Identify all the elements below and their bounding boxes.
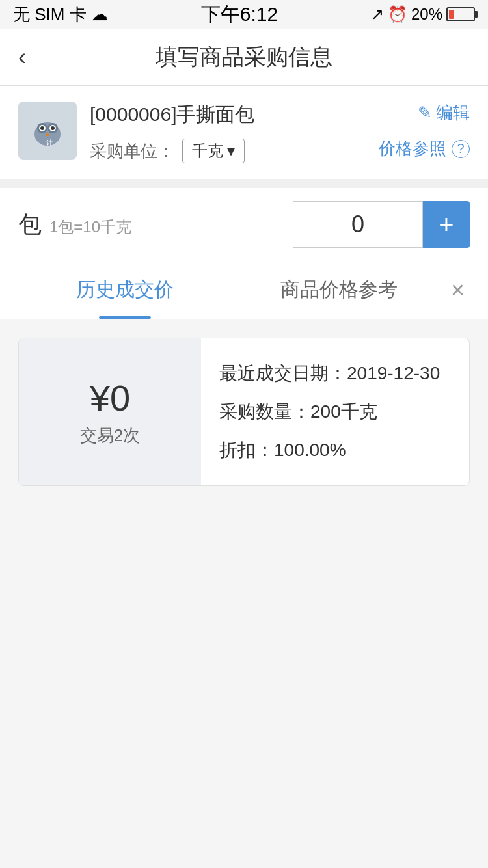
price-date-label: 最近成交日期： [219,363,347,383]
section-divider [0,179,488,188]
tab-history-price-label: 历史成交价 [76,278,174,300]
product-name: [0000006]手撕面包 [90,102,254,128]
svg-point-5 [40,126,44,130]
quantity-unit: 包 [18,209,42,241]
price-ref-help-icon: ? [452,140,470,158]
quantity-controls: + [293,201,470,248]
price-ref-button[interactable]: 价格参照 ? [379,137,470,160]
price-date-value: 2019-12-30 [347,363,440,383]
edit-icon: ✎ [418,103,432,123]
page-title: 填写商品采购信息 [156,42,332,72]
tabs-bar: 历史成交价 商品价格参考 × [0,261,488,319]
product-top: 计 [0000006]手撕面包 采购单位： 千克 ▾ ✎ 编辑 价 [18,102,470,163]
price-right-panel: 最近成交日期：2019-12-30 采购数量：200千克 折扣：100.00% [201,338,469,485]
back-button[interactable]: ‹ [18,44,26,71]
price-left-panel: ¥0 交易2次 [19,338,201,485]
quantity-sublabel: 1包=10千克 [49,217,131,237]
unit-selector[interactable]: 千克 ▾ [182,139,245,163]
location-icon: ↗ [371,5,384,23]
sim-status: 无 SIM 卡 ☁ [13,3,108,26]
svg-text:计: 计 [46,139,53,146]
tab-underline [99,316,151,319]
price-ref-label: 价格参照 [379,137,446,160]
price-discount-label: 折扣： [219,440,274,460]
battery-percent: 20% [411,5,442,23]
purchase-unit-row: 采购单位： 千克 ▾ [90,139,254,163]
status-bar: 无 SIM 卡 ☁ 下午6:12 ↗ ⏰ 20% [0,0,488,29]
price-transactions: 交易2次 [80,424,140,447]
edit-button[interactable]: ✎ 编辑 [418,102,470,124]
price-discount-row: 折扣：100.00% [219,436,451,465]
tab-history-price[interactable]: 历史成交价 [18,261,232,319]
svg-point-6 [51,126,55,130]
owl-logo-icon: 计 [28,111,67,150]
product-left: 计 [0000006]手撕面包 采购单位： 千克 ▾ [18,102,254,163]
dropdown-arrow-icon: ▾ [227,142,235,160]
quantity-plus-button[interactable]: + [423,201,470,248]
status-right: ↗ ⏰ 20% [371,5,475,23]
battery-fill [449,10,454,19]
product-image: 计 [18,102,77,160]
battery-indicator [446,7,475,21]
price-card: ¥0 交易2次 最近成交日期：2019-12-30 采购数量：200千克 折扣：… [18,338,470,486]
tab-product-price-ref-label: 商品价格参考 [280,278,398,300]
price-amount: ¥0 [90,377,130,419]
price-qty-value: 200千克 [310,401,377,422]
product-section: 计 [0000006]手撕面包 采购单位： 千克 ▾ ✎ 编辑 价 [0,86,488,179]
quantity-input[interactable] [293,201,423,248]
tab-product-price-ref[interactable]: 商品价格参考 [232,261,445,319]
price-qty-row: 采购数量：200千克 [219,398,451,427]
purchase-unit-label: 采购单位： [90,140,174,163]
product-info: [0000006]手撕面包 采购单位： 千克 ▾ [90,102,254,163]
unit-value: 千克 [192,141,223,161]
quantity-row: 包 1包=10千克 + [0,188,488,261]
content-area: ¥0 交易2次 最近成交日期：2019-12-30 采购数量：200千克 折扣：… [0,319,488,710]
battery-bar [446,7,475,21]
status-time: 下午6:12 [201,1,278,28]
price-discount-value: 100.00% [274,440,346,460]
edit-label: 编辑 [436,102,470,124]
status-left: 无 SIM 卡 ☁ [13,3,108,26]
page-header: ‹ 填写商品采购信息 [0,29,488,86]
quantity-label: 包 1包=10千克 [18,209,131,241]
price-date-row: 最近成交日期：2019-12-30 [219,359,451,388]
alarm-icon: ⏰ [388,5,407,23]
price-qty-label: 采购数量： [219,401,310,422]
tab-close-button[interactable]: × [446,277,470,304]
